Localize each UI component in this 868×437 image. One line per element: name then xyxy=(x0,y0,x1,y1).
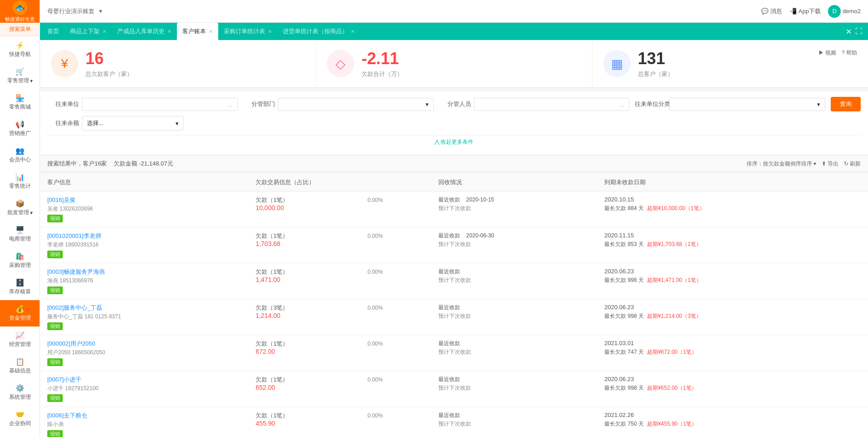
tab-customer-account[interactable]: 客户账本 ✕ xyxy=(177,23,218,40)
close-tab-product-status[interactable]: ✕ xyxy=(102,29,106,35)
sidebar-item-basic-info[interactable]: 📋 基础信息 xyxy=(0,353,40,379)
sidebar-item-retail-mall[interactable]: 🏪 零售商城 xyxy=(0,89,40,116)
filter-balance-select[interactable]: 选择... ▾ xyxy=(82,116,184,131)
sidebar-item-enterprise-collab[interactable]: 🤝 企业协同 xyxy=(0,406,40,432)
customer-name-2[interactable]: [0003]畅捷服务尹海燕 xyxy=(47,268,241,276)
debt-pct-6: 0.00% xyxy=(367,412,424,419)
customer-name-3[interactable]: [0002]服务中心_丁磊 xyxy=(47,304,241,312)
overdue-link-5[interactable]: 超期¥652.00（1笔） xyxy=(647,385,697,391)
ecommerce-icon: 🖥️ xyxy=(15,226,25,234)
debt-amount-0[interactable]: 10,000.00 xyxy=(256,204,353,211)
filter-person-input[interactable]: ... xyxy=(474,98,630,111)
overdue-day-6: 最长欠款 750 天 xyxy=(604,421,645,427)
overdue-link-6[interactable]: 超期¥455.90（1笔） xyxy=(647,421,697,427)
overdue-link-1[interactable]: 超期¥1,703.68（1笔） xyxy=(647,241,702,247)
debt-amount-3[interactable]: 1,214.00 xyxy=(256,312,353,319)
chevron-down-sort[interactable]: ▾ xyxy=(813,161,816,167)
query-button[interactable]: 查询 xyxy=(831,97,861,111)
retail-mall-icon: 🏪 xyxy=(15,94,25,102)
customer-phone-3: 服务中心_丁磊 181 0125 8371 xyxy=(47,313,241,321)
customer-tag-0: 现销 xyxy=(47,215,63,222)
sidebar-item-membership[interactable]: 👥 会员中心 xyxy=(0,142,40,168)
debtors-number: 16 xyxy=(85,49,133,68)
sidebar-item-marketing[interactable]: 📢 营销推广 xyxy=(0,116,40,142)
tab-production-history[interactable]: 产成品入库单历史 ✕ xyxy=(112,23,177,40)
overdue-link-0[interactable]: 超期¥10,000.00（1笔） xyxy=(647,205,705,211)
customer-tag-4: 现销 xyxy=(47,358,63,366)
sidebar-item-inventory[interactable]: 🗄️ 库存核算 xyxy=(0,274,40,300)
sidebar-item-quick-nav[interactable]: ⚡ 快捷导航 xyxy=(0,36,40,63)
sidebar-item-retail-stats[interactable]: 📊 零售统计 xyxy=(0,168,40,195)
sidebar-item-system[interactable]: ⚙️ 系统管理 xyxy=(0,379,40,406)
cell-debt-count-4: 欠款（1笔） 672.00 xyxy=(248,335,360,371)
debt-count-6: 欠款（1笔） xyxy=(256,412,353,420)
filter-person: 分管人员 ... xyxy=(439,98,630,111)
sidebar-item-retail-mgmt[interactable]: 🛒 零售管理 ▾ xyxy=(0,63,40,89)
sidebar-item-ecommerce[interactable]: 🖥️ 电商管理 xyxy=(0,221,40,247)
close-tab-customer-account[interactable]: ✕ xyxy=(209,29,213,35)
app-logo: 🐟 畅捷通好生意 xyxy=(0,0,40,23)
cell-debt-pct-6: 0.00% xyxy=(360,407,431,437)
message-btn[interactable]: 💬 消息 xyxy=(761,7,782,15)
stat-card-total-customers: ▦ 131 总客户（家） ▶ 视频 ? 帮助 xyxy=(592,40,868,87)
user-avatar[interactable]: D demo2 xyxy=(828,5,861,18)
debt-amount-4[interactable]: 672.00 xyxy=(256,348,353,355)
export-btn[interactable]: ⬆ 导出 xyxy=(822,160,838,168)
sidebar-item-purchase[interactable]: 🛍️ 采购管理 xyxy=(0,247,40,274)
help-btn[interactable]: ? 帮助 xyxy=(842,49,857,57)
inventory-icon: 🗄️ xyxy=(15,278,25,287)
maximize-btn[interactable]: ⛶ xyxy=(855,27,863,36)
search-menu-btn[interactable]: 搜索菜单 xyxy=(0,23,40,36)
sidebar-item-finance[interactable]: 💰 资金管理 xyxy=(0,300,40,326)
membership-icon: 👥 xyxy=(15,146,25,155)
debt-count-3: 欠款（3笔） xyxy=(256,304,353,312)
tab-purchase-product-stats[interactable]: 进货单统计表（按商品） ✕ xyxy=(277,23,360,40)
customer-name-0[interactable]: [0016]吴俊 xyxy=(47,196,241,204)
col-due-date: 到期未收款日期 xyxy=(597,174,868,191)
cell-due-date-0: 2020.10.15 最长欠款 884 天 超期¥10,000.00（1笔） xyxy=(597,191,868,227)
video-btn[interactable]: ▶ 视频 xyxy=(818,49,836,57)
sidebar-item-wholesale[interactable]: 📦 批发管理 ▾ xyxy=(0,195,40,221)
tab-purchase-stats[interactable]: 采购订单统计表 ✕ xyxy=(218,23,277,40)
stats-row: ¥ 16 总欠款客户（家） ◇ -2.11 欠款合计（万） ▦ 131 总客户（… xyxy=(40,40,868,88)
customer-phone-0: 吴俊 13026203696 xyxy=(47,205,241,213)
customer-name-6[interactable]: [0006]去下粮仓 xyxy=(47,412,241,420)
overdue-link-4[interactable]: 超期¥672.00（1笔） xyxy=(647,349,697,355)
customer-phone-4: 用户2050 18665062050 xyxy=(47,349,241,357)
customer-name-1[interactable]: [0001020001]李老师 xyxy=(47,232,241,240)
col-debt-info: 欠款交易信息（占比） xyxy=(248,174,431,191)
close-tab-purchase-stats[interactable]: ✕ xyxy=(268,29,272,35)
debt-amount-1[interactable]: 1,703.68 xyxy=(256,240,353,247)
customer-tag-6: 现销 xyxy=(47,430,63,437)
last-payment-0: 最近收款 2020-10-15 xyxy=(438,196,590,204)
overdue-link-3[interactable]: 超期¥1,214.00（3笔） xyxy=(647,313,702,319)
next-payment-5: 预计下次收款 xyxy=(438,384,590,392)
collapse-btn[interactable]: ⋀ 收起更多条件 xyxy=(47,135,861,149)
sidebar-item-newbie-guide[interactable]: 🎯 新手引导 xyxy=(0,432,40,437)
chevron-down-icon-store[interactable]: ▾ xyxy=(99,8,102,15)
app-download-btn[interactable]: 📲 App下载 xyxy=(789,7,821,15)
refresh-btn[interactable]: ↻ 刷新 xyxy=(844,160,861,168)
tab-product-status[interactable]: 商品上下架 ✕ xyxy=(65,23,112,40)
debt-amount-2[interactable]: 1,471.00 xyxy=(256,276,353,283)
table-row: [0001020001]李老师 李老师 18600391516 现销 欠款（1笔… xyxy=(40,227,868,263)
overdue-day-0: 最长欠款 884 天 xyxy=(604,205,645,211)
debt-amount-5[interactable]: 652.00 xyxy=(256,384,353,391)
debt-amount-6[interactable]: 455.90 xyxy=(256,420,353,427)
close-all-tabs-btn[interactable]: ✕ xyxy=(846,27,852,36)
overdue-link-2[interactable]: 超期¥1,471.00（1笔） xyxy=(647,277,702,283)
tab-home[interactable]: 首页 xyxy=(42,23,65,40)
cell-recovery-4: 最近收款 预计下次收款 xyxy=(431,335,597,371)
filter-category-select[interactable]: ▾ xyxy=(669,98,825,111)
sidebar-item-operations[interactable]: 📈 经营管理 xyxy=(0,326,40,353)
filter-unit-input[interactable]: ... xyxy=(82,98,238,111)
debtors-label: 总欠款客户（家） xyxy=(85,70,133,78)
customer-name-5[interactable]: [0007]小进千 xyxy=(47,376,241,384)
customer-name-4[interactable]: [000002]用户2050 xyxy=(47,340,241,348)
close-tab-production-history[interactable]: ✕ xyxy=(167,29,171,35)
stat-card-debtors: ¥ 16 总欠款客户（家） xyxy=(40,40,316,87)
filter-unit: 往来单位 ... xyxy=(47,98,238,111)
filter-dept-select[interactable]: ▾ xyxy=(278,98,434,111)
total-customers-info: 131 总客户（家） xyxy=(638,49,673,78)
close-tab-purchase-product-stats[interactable]: ✕ xyxy=(351,29,355,35)
